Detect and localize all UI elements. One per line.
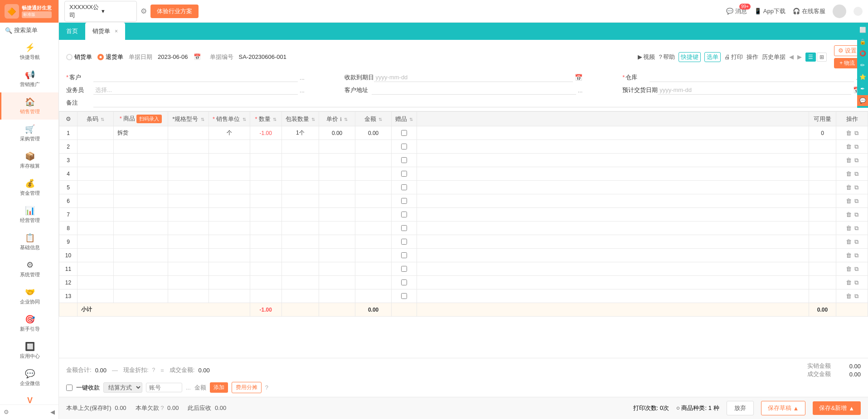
expense-split-button[interactable]: 费用分摊 <box>232 382 262 393</box>
right-panel-icon-6[interactable]: ✒ <box>857 83 868 94</box>
sidebar-item-member[interactable]: V 畅会员 <box>0 391 58 405</box>
radio-return-order[interactable]: 退货单 <box>97 53 123 61</box>
sidebar-item-guide[interactable]: 🎯 新手引导 <box>0 310 58 337</box>
row-product-1[interactable]: 拆货 <box>114 126 168 140</box>
delivery-date-input[interactable] <box>658 86 851 95</box>
delete-icon[interactable]: 🗑 <box>846 225 852 231</box>
row-pkgqty-1[interactable]: 1个 <box>281 126 319 140</box>
save-draft-button[interactable]: 保存草稿 ▲ <box>761 401 806 415</box>
row-amount-1[interactable]: 0.00 <box>355 126 392 140</box>
salesman-dots[interactable]: ... <box>300 87 305 94</box>
row-price-1[interactable]: 0.00 <box>319 126 355 140</box>
row-qty-1[interactable]: -1.00 <box>250 126 281 140</box>
right-panel-icon-1[interactable]: ⬜ <box>857 24 868 35</box>
select-btn[interactable]: 选单 <box>704 52 721 62</box>
shortcut-btn[interactable]: 快捷键 <box>679 52 701 62</box>
radio-sales-order[interactable]: 销货单 <box>66 53 92 61</box>
delete-icon[interactable]: 🗑 <box>846 143 852 150</box>
view-grid-btn[interactable]: ⊞ <box>817 53 827 62</box>
gift-checkbox-2[interactable] <box>401 144 407 149</box>
sidebar-item-inventory[interactable]: 📦 库存核算 <box>0 147 58 174</box>
customer-input[interactable] <box>93 73 298 82</box>
sort-pkgqty-icon[interactable]: ⇅ <box>311 117 315 122</box>
copy-icon[interactable]: ⧉ <box>854 211 858 218</box>
sort-gift-icon[interactable]: ⇅ <box>409 117 413 122</box>
delete-icon[interactable]: 🗑 <box>846 184 852 191</box>
calendar-payment-icon[interactable]: 📅 <box>575 74 582 81</box>
warehouse-input[interactable]: 建材仓 <box>650 73 854 82</box>
copy-icon[interactable]: ⧉ <box>854 225 858 232</box>
app-download-button[interactable]: 📱 App下载 <box>754 7 786 15</box>
sort-qty-icon[interactable]: ⇅ <box>273 117 276 122</box>
sidebar-collapse-icon[interactable]: ◀ <box>50 409 55 415</box>
row-gift-1[interactable] <box>392 126 417 140</box>
delete-icon[interactable]: 🗑 <box>846 197 852 204</box>
th-settings[interactable]: ⚙ <box>59 112 78 126</box>
delete-icon[interactable]: 🗑 <box>846 238 852 245</box>
online-service-button[interactable]: 🎧 在线客服 <box>793 7 825 15</box>
delete-icon[interactable]: 🗑 <box>846 211 852 218</box>
delete-icon[interactable]: 🗑 <box>846 279 852 286</box>
save-new-button[interactable]: 保存&新增 ▲ <box>813 401 861 415</box>
expense-help-icon[interactable]: ? <box>265 384 268 391</box>
copy-icon[interactable]: ⧉ <box>854 157 858 164</box>
delete-icon[interactable]: 🗑 <box>846 252 852 259</box>
sidebar-item-quick-nav[interactable]: ⚡ 快捷导航 <box>0 38 58 65</box>
history-btn[interactable]: 历史单据 <box>762 53 786 61</box>
salesman-input[interactable] <box>93 86 298 95</box>
avatar-extra[interactable] <box>853 7 863 16</box>
sort-amount-icon[interactable]: ⇅ <box>378 117 382 122</box>
payment-date-input[interactable] <box>374 73 573 82</box>
sidebar-item-basic-info[interactable]: 📋 基础信息 <box>0 228 58 255</box>
delete-icon[interactable]: 🗑 <box>846 265 852 272</box>
sidebar-item-system[interactable]: ⚙ 系统管理 <box>0 255 58 283</box>
next-record-icon[interactable]: ▶ <box>797 53 802 60</box>
sidebar-item-enterprise[interactable]: 🤝 企业协同 <box>0 283 58 310</box>
account-input[interactable] <box>146 383 182 392</box>
scan-button[interactable]: 扫码录入 <box>136 115 162 123</box>
sort-unit-icon[interactable]: ⇅ <box>242 117 246 122</box>
delete-icon[interactable]: 🗑 <box>846 170 852 177</box>
settlement-method-select[interactable]: 结算方式 <box>103 382 142 393</box>
copy-icon[interactable]: ⧉ <box>854 238 858 246</box>
delete-icon[interactable]: 🗑 <box>846 157 852 164</box>
sidebar-item-purchase[interactable]: 🛒 采购管理 <box>0 120 58 147</box>
copy-icon[interactable]: ⧉ <box>854 252 858 259</box>
table-container[interactable]: ⚙ 条码 ⇅ * 商品 扫码录入 *规格型号 ⇅ <box>59 111 868 358</box>
customer-dots[interactable]: ... <box>300 74 305 81</box>
sidebar-item-finance[interactable]: 💰 资金管理 <box>0 174 58 201</box>
sidebar-settings-icon[interactable]: ⚙ <box>4 409 9 415</box>
copy-icon[interactable]: ⧉ <box>854 170 858 178</box>
message-button[interactable]: 💬 消息 99+ <box>726 7 747 15</box>
tab-sales-order[interactable]: 销货单 × <box>85 23 125 40</box>
right-panel-icon-3[interactable]: ⭕ <box>857 48 868 59</box>
copy-icon[interactable]: ⧉ <box>854 279 858 286</box>
copy-icon[interactable]: ⧉ <box>854 143 858 150</box>
col-settings-icon[interactable]: ⚙ <box>66 116 71 122</box>
right-panel-icon-7[interactable]: 💬 <box>857 95 868 106</box>
price-info-icon[interactable]: ℹ <box>340 116 342 122</box>
sidebar-item-marketing[interactable]: 📢 营销推广 <box>0 65 58 92</box>
copy-icon[interactable]: ⧉ <box>854 265 858 273</box>
one-click-payment-checkbox[interactable] <box>66 385 73 391</box>
delete-row-1-icon[interactable]: 🗑 <box>846 130 852 136</box>
discard-button[interactable]: 放弃 <box>727 401 754 415</box>
sort-barcode-icon[interactable]: ⇅ <box>101 117 104 122</box>
right-panel-icon-4[interactable]: ✏ <box>857 60 868 71</box>
copy-icon[interactable]: ⧉ <box>854 293 858 300</box>
right-panel-icon-5[interactable]: ⭐ <box>857 72 868 82</box>
trial-plan-button[interactable]: 体验行业方案 <box>150 5 199 18</box>
cash-discount-help-icon[interactable]: ? <box>152 367 155 373</box>
action-btn[interactable]: 操作 <box>747 53 758 61</box>
row-desc-1[interactable] <box>417 126 809 140</box>
sidebar-item-sales[interactable]: 🏠 销售管理 <box>0 92 58 120</box>
prev-record-icon[interactable]: ◀ <box>789 53 794 60</box>
video-btn[interactable]: ▶ 视频 <box>638 53 655 61</box>
customer-address-input[interactable] <box>372 86 576 95</box>
calendar-icon[interactable]: 📅 <box>194 53 201 60</box>
print-btn[interactable]: 🖨 打印 <box>724 53 743 61</box>
copy-row-1-icon[interactable]: ⧉ <box>854 130 858 137</box>
address-dots[interactable]: ... <box>578 87 583 94</box>
delete-icon[interactable]: 🗑 <box>846 293 852 299</box>
row-spec-1[interactable] <box>168 126 209 140</box>
